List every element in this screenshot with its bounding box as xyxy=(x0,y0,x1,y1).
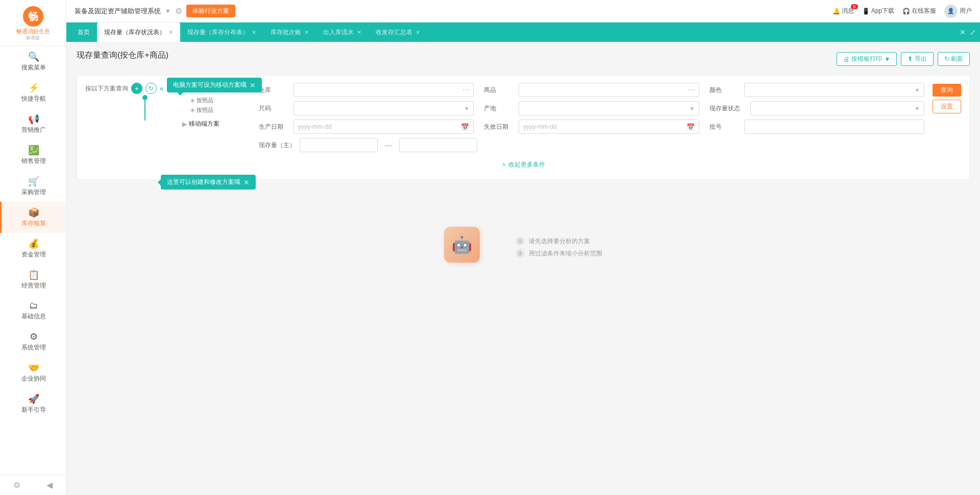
sidebar-item-search[interactable]: 🔍 搜索菜单 xyxy=(0,46,66,77)
stock-main-from[interactable] xyxy=(300,138,378,152)
system-name: 装备及固定资产辅助管理系统 xyxy=(75,7,161,16)
tab-close-all-icon[interactable]: ✕ xyxy=(960,28,966,36)
stock-status-select[interactable]: ▼ xyxy=(750,101,924,115)
tab-home[interactable]: 首页 xyxy=(70,22,97,42)
field-warehouse: 仓库 ··· xyxy=(259,83,474,97)
expiry-date-icon: 📅 xyxy=(687,123,695,131)
scheme-sub-item-1[interactable]: ◈ 按照品 xyxy=(190,96,249,105)
sidebar-item-stock[interactable]: 📦 库存核算 xyxy=(0,202,66,233)
tab-stock-status[interactable]: 现存量（库存状况表） ✕ xyxy=(97,22,180,42)
tab-in-out[interactable]: 出入库流水 ✕ xyxy=(316,22,369,42)
sidebar-icon-marketing: 📢 xyxy=(28,113,39,125)
sidebar-icon-purchase: 🛒 xyxy=(28,176,39,187)
scheme-sub-label-1: 按照品 xyxy=(197,97,213,104)
field-batch-no: 批号 xyxy=(709,120,924,134)
add-scheme-button[interactable]: + xyxy=(131,83,142,94)
step-num-2: ② xyxy=(516,249,525,258)
tooltip1-close[interactable]: ✕ xyxy=(250,81,256,89)
scheme-mobile-label: 移动端方案 xyxy=(189,120,219,128)
content-area: 现存量查询(按仓库+商品) 🖨 按模板打印 ▼ ⬆ 导出 ↻ 刷新 xyxy=(66,42,980,495)
sidebar-icon-stock: 📦 xyxy=(28,207,39,218)
refresh-button[interactable]: ↻ 刷新 xyxy=(938,52,970,66)
field-stock-status-label: 现存量状态 xyxy=(709,104,746,113)
tab-in-out-close[interactable]: ✕ xyxy=(357,29,361,36)
app-download-label: App下载 xyxy=(871,7,894,15)
sidebar-item-quick-nav[interactable]: ⚡ 快捷导航 xyxy=(0,77,66,108)
sidebar-icon-enterprise: 🤝 xyxy=(28,362,39,373)
sidebar-label-operations: 经营管理 xyxy=(21,281,46,290)
refresh-scheme-button[interactable]: ↻ xyxy=(145,83,157,94)
sidebar-label-search: 搜索菜单 xyxy=(21,63,46,72)
tab-stock-dist[interactable]: 现存量（库存分布表） ✕ xyxy=(180,22,263,42)
back-button[interactable]: « xyxy=(160,84,164,92)
tab-stock-status-close[interactable]: ✕ xyxy=(168,29,173,36)
user-menu[interactable]: 👤 用户 xyxy=(944,5,972,18)
production-date-icon: 📅 xyxy=(461,123,469,131)
filter-label: 按以下方案查询 xyxy=(85,84,128,93)
scheme-sub-item-2[interactable]: ◈ 按照品 xyxy=(190,105,249,115)
collapse-icon[interactable]: ◀ xyxy=(46,480,53,490)
sidebar-item-sales[interactable]: 💹 销售管理 xyxy=(0,139,66,171)
tab-stock-dist-close[interactable]: ✕ xyxy=(252,29,256,36)
sidebar-item-system[interactable]: ⚙ 系统管理 xyxy=(0,326,66,357)
origin-select[interactable]: ▼ xyxy=(519,101,699,115)
tab-expand-icon[interactable]: ⤢ xyxy=(970,28,976,36)
online-service-button[interactable]: 🎧 在线客服 xyxy=(902,7,936,15)
notice-button[interactable]: 🔔 消息 6 xyxy=(832,7,854,15)
field-expiry-date-label: 失效日期 xyxy=(484,123,514,131)
collapse-icon: ∧ xyxy=(501,161,506,168)
tab-collect-close[interactable]: ✕ xyxy=(415,29,420,36)
export-button[interactable]: ⬆ 导出 xyxy=(901,52,933,66)
color-select[interactable]: ▼ xyxy=(744,83,924,97)
topbar-gear-icon[interactable]: ⚙ xyxy=(175,6,182,16)
field-stock-main: 现存量（主） — xyxy=(259,138,477,152)
settings-button[interactable]: 设置 xyxy=(933,100,961,113)
step-2-text: 用过滤条件来缩小分析范围 xyxy=(529,249,602,258)
size-select[interactable]: ▼ xyxy=(293,101,474,115)
sidebar-label-quick-nav: 快捷导航 xyxy=(21,95,46,103)
sidebar-item-enterprise[interactable]: 🤝 企业协同 xyxy=(0,357,66,388)
batch-no-input[interactable] xyxy=(744,120,924,134)
sidebar-label-enterprise: 企业协同 xyxy=(21,374,46,383)
sidebar-bottom: ⚙ ◀ xyxy=(0,475,66,495)
tab-stock-status-label: 现存量（库存状况表） xyxy=(104,28,165,37)
scheme-mobile[interactable]: ▶ 移动端方案 xyxy=(182,118,249,130)
refresh-label: 刷新 xyxy=(951,55,963,62)
scheme-sub-icon-1: ◈ xyxy=(190,97,194,104)
collapse-more-button[interactable]: ∧ 收起更多条件 xyxy=(85,157,961,172)
sidebar-item-marketing[interactable]: 📢 营销推广 xyxy=(0,108,66,139)
warehouse-input[interactable]: ··· xyxy=(293,83,474,97)
tooltip2-close[interactable]: ✕ xyxy=(243,178,250,186)
sidebar-item-basic[interactable]: 🗂 基础信息 xyxy=(0,295,66,326)
production-date-input[interactable]: yyyy-mm-dd 📅 xyxy=(293,120,474,134)
app-download-button[interactable]: 📱 App下载 xyxy=(862,7,894,15)
size-select-arrow: ▼ xyxy=(464,106,469,111)
sidebar-icon-operations: 📋 xyxy=(28,269,39,280)
tab-batch-account[interactable]: 库存批次账 ✕ xyxy=(263,22,316,42)
stock-main-to[interactable] xyxy=(399,138,477,152)
sidebar-item-guide[interactable]: 🚀 新手引导 xyxy=(0,388,66,419)
goods-dots: ··· xyxy=(688,85,694,95)
sidebar-item-purchase[interactable]: 🛒 采购管理 xyxy=(0,171,66,202)
settings-icon[interactable]: ⚙ xyxy=(13,480,20,490)
field-origin-label: 产地 xyxy=(484,104,514,113)
notice-icon: 🔔 xyxy=(832,8,840,15)
field-stock-main-label: 现存量（主） xyxy=(259,141,296,150)
sidebar-icon-quick-nav: ⚡ xyxy=(28,82,39,93)
stock-status-arrow: ▼ xyxy=(915,106,920,111)
sidebar-item-operations[interactable]: 📋 经营管理 xyxy=(0,264,66,295)
tab-in-out-label: 出入库流水 xyxy=(323,28,354,37)
print-dropdown-icon: ▼ xyxy=(884,56,890,63)
goods-input[interactable]: ··· xyxy=(519,83,699,97)
tab-batch-close[interactable]: ✕ xyxy=(304,29,309,36)
print-button[interactable]: 🖨 按模板打印 ▼ xyxy=(837,52,897,66)
solution-button[interactable]: 体验行业方案 xyxy=(186,5,235,17)
sidebar-icon-finance: 💰 xyxy=(28,238,39,249)
field-stock-status: 现存量状态 ▼ xyxy=(709,101,924,115)
expiry-date-input[interactable]: yyyy-mm-dd 📅 xyxy=(519,120,699,134)
sidebar-item-finance[interactable]: 💰 资金管理 xyxy=(0,233,66,264)
scheme-sub-label-2: 按照品 xyxy=(197,106,213,114)
system-dropdown-icon[interactable]: ▼ xyxy=(165,8,171,15)
tab-collect[interactable]: 收发存汇总表 ✕ xyxy=(369,22,427,42)
query-button[interactable]: 查询 xyxy=(933,84,961,97)
